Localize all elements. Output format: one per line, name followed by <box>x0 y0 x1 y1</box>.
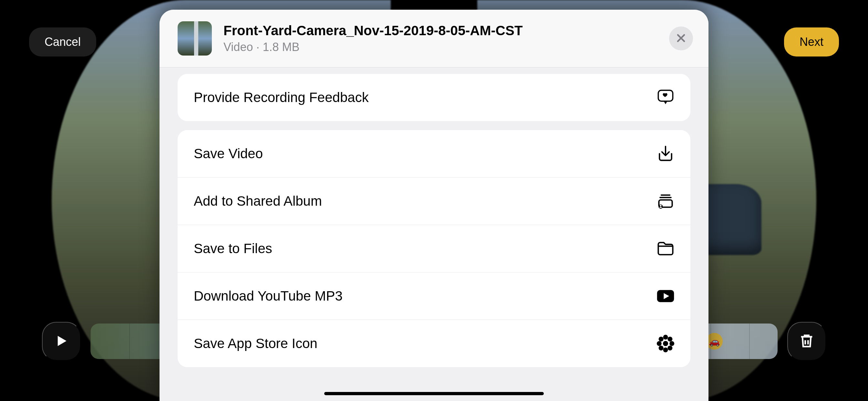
file-title: Front-Yard-Camera_Nov-15-2019-8-05-AM-CS… <box>223 23 657 38</box>
download-tray-icon <box>655 144 676 164</box>
action-group-feedback: Provide Recording Feedback <box>178 74 690 121</box>
trash-icon <box>798 333 815 350</box>
file-info: Front-Yard-Camera_Nov-15-2019-8-05-AM-CS… <box>223 23 657 54</box>
play-icon <box>53 332 70 351</box>
svg-point-11 <box>668 337 672 342</box>
svg-point-12 <box>659 345 663 350</box>
action-save-app-store-icon[interactable]: Save App Store Icon <box>178 320 690 367</box>
close-icon <box>676 33 686 44</box>
share-sheet-header: Front-Yard-Camera_Nov-15-2019-8-05-AM-CS… <box>159 10 709 67</box>
action-group-main: Save Video Add to Shared Album <box>178 130 690 367</box>
play-button[interactable] <box>42 322 81 361</box>
next-label: Next <box>800 35 824 49</box>
share-sheet-body[interactable]: Provide Recording Feedback Save Video <box>159 67 709 401</box>
action-save-to-files[interactable]: Save to Files <box>178 225 690 272</box>
delete-button[interactable] <box>787 322 826 361</box>
svg-point-13 <box>668 345 672 350</box>
home-indicator[interactable] <box>324 392 544 395</box>
svg-point-8 <box>657 341 662 346</box>
cancel-label: Cancel <box>44 35 81 49</box>
action-label: Download YouTube MP3 <box>194 288 343 304</box>
action-label: Add to Shared Album <box>194 193 322 209</box>
action-save-video[interactable]: Save Video <box>178 130 690 177</box>
youtube-play-icon <box>655 286 676 306</box>
apple-feedback-bubble-icon <box>655 88 676 107</box>
shared-album-icon <box>655 191 676 211</box>
action-add-shared-album[interactable]: Add to Shared Album <box>178 177 690 225</box>
svg-point-7 <box>663 347 668 352</box>
car-icon: 🚗 <box>709 336 720 347</box>
action-provide-feedback[interactable]: Provide Recording Feedback <box>178 74 690 121</box>
action-label: Provide Recording Feedback <box>194 90 369 105</box>
cancel-button[interactable]: Cancel <box>29 27 96 57</box>
next-button[interactable]: Next <box>784 27 839 57</box>
file-thumbnail <box>178 21 212 56</box>
svg-point-10 <box>659 337 663 342</box>
share-sheet: Front-Yard-Camera_Nov-15-2019-8-05-AM-CS… <box>159 10 709 401</box>
svg-point-5 <box>663 341 668 346</box>
close-button[interactable] <box>669 27 693 50</box>
action-label: Save Video <box>194 146 263 161</box>
svg-point-3 <box>660 205 661 206</box>
folder-icon <box>655 239 676 258</box>
svg-point-9 <box>670 341 674 346</box>
action-label: Save App Store Icon <box>194 336 317 351</box>
svg-point-6 <box>663 335 668 340</box>
file-subtitle: Video · 1.8 MB <box>223 40 657 54</box>
action-label: Save to Files <box>194 241 272 256</box>
flower-icon <box>655 334 676 353</box>
action-download-youtube-mp3[interactable]: Download YouTube MP3 <box>178 272 690 320</box>
